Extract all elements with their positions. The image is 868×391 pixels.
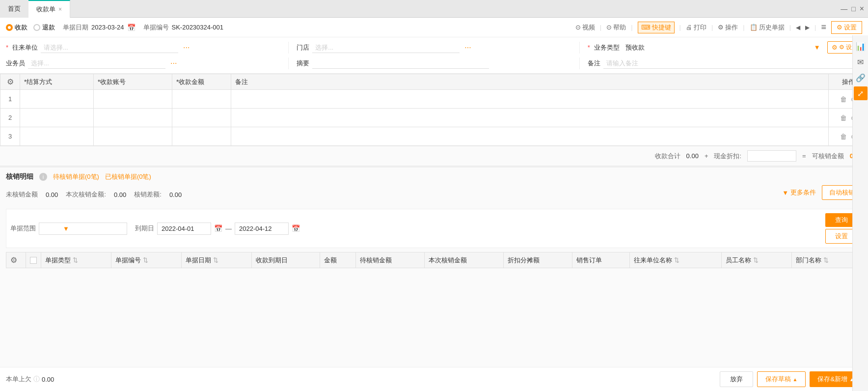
bottom-settings-gear[interactable]: ⚙ xyxy=(10,256,17,264)
range-filter-field: 单据范围 ▼ xyxy=(10,223,127,235)
account-cell[interactable] xyxy=(94,109,172,127)
table-settings-gear[interactable]: ⚙ xyxy=(7,78,14,86)
staff-more-icon[interactable]: ··· xyxy=(170,59,177,68)
abandon-button[interactable]: 放弃 xyxy=(720,371,753,387)
staff-input[interactable] xyxy=(28,58,165,69)
row-delete-icon[interactable]: 🗑 xyxy=(840,114,847,122)
help-button[interactable]: ⊙帮助 xyxy=(606,23,626,32)
abstract-field: 摘要 xyxy=(297,58,571,69)
operate-button[interactable]: ⚙操作 xyxy=(718,23,738,32)
tab-close-icon[interactable]: × xyxy=(58,6,62,13)
bottom-col-sales-order: 销售订单 xyxy=(572,252,629,268)
select-all-checkbox[interactable] xyxy=(30,257,37,264)
filter-row: 单据范围 ▼ 到期日 📅 — 📅 查询 设置 xyxy=(6,209,862,248)
table-row: 2 🗑 ⊕ xyxy=(0,109,868,127)
bottom-col-number: 单据编号 ⇅ xyxy=(111,252,181,268)
gear-icon: ⚙ xyxy=(832,44,838,51)
more-conditions-button[interactable]: ▼更多条件 xyxy=(782,188,816,197)
video-button[interactable]: ⊙视频 xyxy=(575,23,595,32)
amount-cell[interactable] xyxy=(172,109,231,127)
writeoff-header: 核销明细 i 待核销单据(0笔) 已核销单据(0笔) xyxy=(6,172,862,181)
amount-cell[interactable] xyxy=(172,127,231,146)
settings-top-button[interactable]: ⚙设置 xyxy=(831,21,862,34)
method-cell[interactable] xyxy=(20,90,94,109)
col-settings-header: ⚙ xyxy=(0,74,20,90)
bottom-col-discount: 折扣分摊额 xyxy=(504,252,572,268)
amount-cell[interactable] xyxy=(172,90,231,109)
store-more-icon[interactable]: ··· xyxy=(464,43,471,52)
tab-active[interactable]: 收款单 × xyxy=(28,0,70,18)
bottom-col-dept: 部门名称 ⇅ xyxy=(792,252,862,268)
pending-tab-link[interactable]: 待核销单据(0笔) xyxy=(53,172,99,181)
bottom-col-date: 单据日期 ⇅ xyxy=(181,252,251,268)
tab-bar-right: — □ × xyxy=(841,4,868,13)
table-row: 3 🗑 ⊕ xyxy=(0,127,868,146)
account-cell[interactable] xyxy=(94,127,172,146)
col-account-header: *收款账号 xyxy=(94,74,172,90)
tab-bar: 首页 收款单 × — □ × xyxy=(0,0,868,18)
account-cell[interactable] xyxy=(94,90,172,109)
save-draft-button[interactable]: 保存草稿 ▲ xyxy=(757,371,806,387)
main-wrapper: 收款 退款 单据日期 2023-03-24 📅 单据编号 SK-20230324… xyxy=(0,18,868,391)
remark-input[interactable] xyxy=(603,58,862,69)
form-row-2: 业务员 ··· 摘要 备注 xyxy=(6,57,862,69)
writeoff-filter-area: ▼更多条件 自动核销 xyxy=(782,185,862,200)
bottom-info-icon[interactable]: ⓘ xyxy=(33,375,40,384)
shortcut-button[interactable]: ⌨快捷键 xyxy=(638,22,675,33)
history-button[interactable]: 📋历史单据 xyxy=(750,23,785,32)
range-select[interactable]: ▼ xyxy=(39,223,127,235)
abstract-input[interactable] xyxy=(312,58,489,69)
top-toolbar: 收款 退款 单据日期 2023-03-24 📅 单据编号 SK-20230324… xyxy=(0,18,868,37)
divider-4 xyxy=(579,57,580,69)
remark-cell[interactable] xyxy=(231,90,829,109)
date-filter-field: 到期日 📅 — 📅 xyxy=(135,223,300,235)
bottom-bar: 本单上欠 ⓘ 0.00 放弃 保存草稿 ▲ 保存&新增 ▲ xyxy=(0,367,868,391)
menu-icon[interactable]: ≡ xyxy=(821,22,826,32)
writeoff-stats: 未核销金额 0.00 本次核销金额: 0.00 核销差额: 0.00 ▼更多条件… xyxy=(6,185,862,204)
writeoff-info-icon[interactable]: i xyxy=(39,173,47,181)
sidebar-table-icon[interactable]: 📊 xyxy=(854,39,868,53)
date-to-input[interactable] xyxy=(235,223,289,235)
store-input[interactable] xyxy=(312,42,460,53)
done-tab-link[interactable]: 已核销单据(0笔) xyxy=(105,172,151,181)
calendar-icon[interactable]: 📅 xyxy=(127,24,136,31)
row-num-cell: 2 xyxy=(0,109,20,127)
bottom-table: ⚙ 单据类型 ⇅ 单据编号 ⇅ xyxy=(6,252,862,268)
tab-home[interactable]: 首页 xyxy=(0,0,28,18)
nav-left-icon[interactable]: ◀ xyxy=(796,24,800,31)
sidebar-attachment-icon[interactable]: 🔗 xyxy=(854,71,868,84)
staff-field: 业务员 ··· xyxy=(6,58,280,69)
partner-more-icon[interactable]: ··· xyxy=(183,43,190,52)
radio-group: 收款 退款 xyxy=(6,23,55,32)
nav-right-icon[interactable]: ▶ xyxy=(805,24,810,31)
method-cell[interactable] xyxy=(20,109,94,127)
date-from-input[interactable] xyxy=(157,223,211,235)
window-max-icon[interactable]: □ xyxy=(851,5,855,13)
partner-input[interactable] xyxy=(41,42,178,53)
method-cell[interactable] xyxy=(20,127,94,146)
print-button[interactable]: 🖨打印 xyxy=(686,23,706,32)
payment-table: ⚙ *结算方式 *收款账号 *收款金额 备注 操作 xyxy=(0,74,868,146)
date-to-calendar-icon[interactable]: 📅 xyxy=(292,224,300,232)
bottom-col-due-date: 收款到期日 xyxy=(251,252,320,268)
remark-cell[interactable] xyxy=(231,109,829,127)
remark-cell[interactable] xyxy=(231,127,829,146)
row-delete-icon[interactable]: 🗑 xyxy=(840,133,847,140)
sidebar-expand-icon[interactable]: ⤢ xyxy=(854,86,868,100)
sidebar-email-icon[interactable]: ✉ xyxy=(854,55,868,69)
window-min-icon[interactable]: — xyxy=(841,5,847,13)
radio-refund[interactable]: 退款 xyxy=(33,23,55,32)
toolbar-right: ⊙视频 | ⊙帮助 | ⌨快捷键 | 🖨打印 | ⚙操作 | 📋历史单据 | xyxy=(575,21,862,34)
biz-type-field: * 业务类型 预收款 ▼ ⚙ ⚙ 设置 xyxy=(588,41,862,54)
row-delete-icon[interactable]: 🗑 xyxy=(840,95,847,103)
writeoff-title: 核销明细 xyxy=(6,172,33,181)
toolbar-date-field: 单据日期 2023-03-24 📅 xyxy=(63,23,136,32)
date-from-calendar-icon[interactable]: 📅 xyxy=(214,224,222,232)
col-amount-header: *收款金额 xyxy=(172,74,231,90)
window-close-icon[interactable]: × xyxy=(860,4,864,13)
bottom-col-partner: 往来单位名称 ⇅ xyxy=(630,252,722,268)
divider-2 xyxy=(579,42,580,54)
radio-receive[interactable]: 收款 xyxy=(6,23,27,32)
divider-3 xyxy=(288,57,289,69)
discount-input[interactable] xyxy=(747,150,796,162)
